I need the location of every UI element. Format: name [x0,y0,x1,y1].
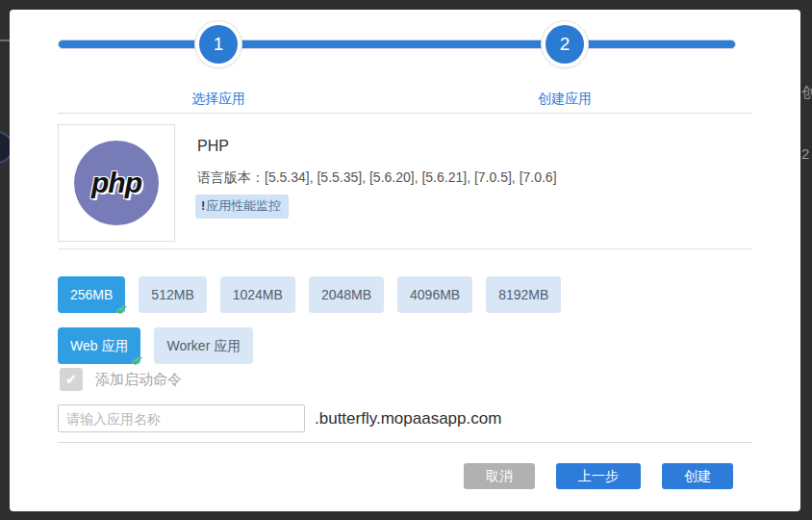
divider-under-stepper [58,113,752,114]
memory-option-2048mb[interactable]: 2048MB [309,276,384,313]
app-type-option-group: Web 应用 ✔ Worker 应用 [58,327,253,364]
app-type-option-label: Worker 应用 [166,338,241,353]
backdrop-glyph-top: 创 [801,84,812,102]
check-icon: ✔ [116,301,129,319]
footer-actions: 取消 上一步 创建 [464,463,733,489]
memory-option-8192mb[interactable]: 8192MB [486,276,561,313]
startup-command-checkbox[interactable]: ✔ [60,368,83,391]
divider-under-app-card [58,248,752,249]
domain-suffix: .butterfly.mopaasapp.com [315,409,501,429]
memory-option-label: 1024MB [233,287,283,302]
app-type-option-worker[interactable]: Worker 应用 [154,327,253,364]
apm-badge-label: 应用性能监控 [206,198,281,213]
memory-option-1024mb[interactable]: 1024MB [220,276,295,313]
app-versions-text: 语言版本：[5.5.34], [5.5.35], [5.6.20], [5.6.… [197,169,557,187]
create-app-modal: 1 2 选择应用 创建应用 php PHP 语言版本：[5.5.34], [5.… [10,10,800,511]
app-title: PHP [197,138,229,155]
step-2-circle[interactable]: 2 [541,20,589,68]
memory-option-256mb[interactable]: 256MB ✔ [58,276,125,313]
app-name-row: .butterfly.mopaasapp.com [58,404,501,432]
memory-option-label: 512MB [151,287,193,302]
app-type-option-label: Web 应用 [70,338,128,353]
divider-above-footer [58,442,752,443]
memory-option-label: 256MB [70,287,113,302]
startup-command-row: ✔ 添加启动命令 [60,368,182,391]
cancel-button[interactable]: 取消 [464,463,535,489]
check-icon: ✔ [65,371,78,388]
memory-option-4096mb[interactable]: 4096MB [397,276,472,313]
backdrop-underlying-line [0,39,10,41]
memory-option-group: 256MB ✔ 512MB 1024MB 2048MB 4096MB 8192M… [58,276,561,313]
backdrop-glyph-bottom: 2 [801,145,809,162]
step-2-label: 创建应用 [497,91,632,108]
php-logo-text: php [91,167,141,199]
apm-badge: !应用性能监控 [195,195,289,219]
step-1-label: 选择应用 [151,91,286,108]
selected-app-card: php [58,124,175,242]
memory-option-label: 2048MB [321,287,371,302]
php-logo-icon: php [74,141,159,225]
alert-icon: ! [201,198,205,213]
app-type-option-web[interactable]: Web 应用 ✔ [58,327,140,364]
stepper-progress-bar [58,39,736,49]
step-1-circle[interactable]: 1 [194,20,242,68]
startup-command-label: 添加启动命令 [95,371,182,389]
memory-option-label: 8192MB [498,287,548,302]
create-button[interactable]: 创建 [662,463,733,489]
step-1-number: 1 [199,25,238,64]
app-name-input[interactable] [58,404,305,432]
memory-option-label: 4096MB [410,287,460,302]
memory-option-512mb[interactable]: 512MB [139,276,206,313]
previous-step-button[interactable]: 上一步 [556,463,641,489]
step-2-number: 2 [546,25,584,64]
